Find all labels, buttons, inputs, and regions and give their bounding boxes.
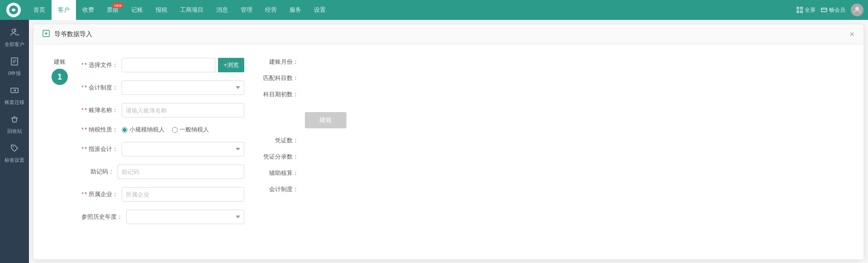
memo-code-label: 助记码：	[81, 168, 114, 176]
affiliated-company-label: ** 所属企业：	[81, 190, 118, 198]
file-select-row: ** 选择文件： +浏览	[81, 58, 244, 72]
info-label-voucher-count: 凭证数：	[262, 136, 299, 145]
dialog-body: 建账 1 ** 选择文件：	[33, 44, 863, 246]
ledger-name-row: ** 账簿名称：	[81, 103, 244, 117]
info-label-match-subjects: 匹配科目数：	[262, 74, 299, 82]
nav-item-client[interactable]: 客户	[52, 0, 76, 20]
accounting-system-row: ** 会计制度：	[81, 80, 244, 95]
logo	[5, 1, 23, 19]
info-label-subjects-initial: 科目期初数：	[262, 90, 299, 99]
browse-button[interactable]: +浏览	[218, 58, 244, 72]
affiliated-company-row: ** 所属企业：	[81, 187, 244, 202]
svg-point-11	[13, 146, 14, 147]
reference-year-row: 参照历史年度：	[81, 210, 244, 224]
info-label-aux-calc: 辅助核算：	[262, 169, 299, 177]
nav-item-tax[interactable]: 报税	[149, 0, 174, 20]
accounting-system-label: ** 会计制度：	[81, 84, 118, 92]
info-row-subjects-initial: 科目期初数：	[262, 90, 389, 99]
logo-icon	[6, 3, 21, 17]
info-label-voucher-entries: 凭证分录数：	[262, 153, 299, 161]
step-circle: 1	[52, 69, 68, 85]
nav-item-biz[interactable]: 工商项目	[174, 0, 210, 20]
accounting-system-select[interactable]	[122, 80, 244, 95]
form-left: ** 选择文件： +浏览 ** 会计制度：	[81, 58, 244, 232]
build-account-button[interactable]: 建账	[305, 112, 346, 128]
sidebar-item-account-migration[interactable]: 账套迁移	[1, 82, 28, 109]
nav-right: 全屏 畅会员	[797, 4, 863, 16]
nav-item-account[interactable]: 记账	[125, 0, 149, 20]
nav-item-invoice[interactable]: 票据 new	[100, 0, 125, 20]
ledger-name-label: ** 账簿名称：	[81, 106, 118, 114]
form-layout: ** 选择文件： +浏览 ** 会计制度：	[81, 58, 845, 232]
reference-year-select[interactable]	[126, 210, 244, 224]
dialog-title: 导爷数据导入	[43, 30, 92, 38]
file-select-label: ** 选择文件：	[81, 61, 118, 69]
nav-item-settings[interactable]: 设置	[308, 0, 332, 20]
file-path-input[interactable]	[122, 58, 216, 72]
recycle-icon	[10, 115, 19, 126]
info-row-aux-calc: 辅助核算：	[262, 169, 389, 177]
avatar[interactable]	[851, 4, 863, 16]
member-btn[interactable]: 畅会员	[821, 6, 845, 14]
step-label: 建账	[54, 58, 66, 66]
svg-rect-4	[797, 11, 799, 13]
svg-point-1	[12, 9, 15, 11]
sidebar-label-tag-settings: 标签设置	[5, 157, 24, 164]
sidebar-item-recycle[interactable]: 回收站	[1, 111, 28, 138]
nav-item-home[interactable]: 首页	[27, 0, 52, 20]
upload-icon	[43, 30, 50, 38]
tag-settings-icon	[10, 144, 19, 155]
nav-item-fee[interactable]: 收费	[76, 0, 100, 20]
file-input-area: +浏览	[122, 58, 244, 72]
svg-rect-6	[821, 8, 827, 12]
tax-nature-radio-group: 小规模纳税人 一般纳税人	[122, 126, 209, 134]
layout: 全部客户 0申报 账套迁移 回收站 标签设置	[0, 20, 868, 263]
assigned-accountant-row: ** 指派会计：	[81, 142, 244, 156]
sidebar-item-tag-settings[interactable]: 标签设置	[1, 140, 28, 167]
nav-item-manage[interactable]: 管理	[234, 0, 259, 20]
reference-year-label: 参照历史年度：	[81, 213, 123, 221]
step-area: 建账 1 ** 选择文件：	[52, 58, 845, 232]
tax-nature-label: ** 纳税性质：	[81, 126, 118, 134]
memo-code-input[interactable]	[118, 164, 244, 179]
sidebar: 全部客户 0申报 账套迁移 回收站 标签设置	[0, 20, 29, 263]
sidebar-label-recycle: 回收站	[7, 128, 22, 135]
main-content: 导爷数据导入 × 建账 1	[29, 20, 868, 263]
build-btn-area: 建账	[262, 108, 389, 128]
info-row-accounting-system: 会计制度：	[262, 185, 389, 193]
nav-items: 首页 客户 收费 票据 new 记账 报税 工商项目 消息 管理 经营 服务 设…	[27, 0, 797, 20]
assigned-accountant-select[interactable]	[122, 142, 244, 156]
tax-general-radio[interactable]: 一般纳税人	[172, 126, 209, 134]
nav-item-service[interactable]: 服务	[283, 0, 308, 20]
sidebar-item-all-clients[interactable]: 全部客户	[1, 24, 28, 52]
all-clients-icon	[10, 28, 19, 39]
svg-rect-2	[797, 7, 799, 9]
info-label-accounting-system: 会计制度：	[262, 185, 299, 193]
tax-small-radio[interactable]: 小规模纳税人	[122, 126, 165, 134]
ledger-name-input[interactable]	[122, 103, 244, 117]
dialog-close-button[interactable]: ×	[849, 30, 854, 38]
svg-point-7	[855, 7, 859, 10]
sidebar-label-declare: 0申报	[8, 70, 21, 77]
sidebar-label-all-clients: 全部客户	[5, 41, 24, 48]
fullscreen-btn[interactable]: 全屏	[797, 6, 816, 14]
form-right: 建账月份： 匹配科目数： 科目期初数：	[262, 58, 389, 232]
assigned-accountant-label: ** 指派会计：	[81, 145, 118, 153]
info-row-build-month: 建账月份：	[262, 58, 389, 66]
svg-rect-3	[801, 7, 802, 9]
top-nav: 首页 客户 收费 票据 new 记账 报税 工商项目 消息 管理 经营 服务 设…	[0, 0, 868, 20]
nav-item-operation[interactable]: 经营	[259, 0, 283, 20]
sidebar-item-declare[interactable]: 0申报	[1, 53, 28, 80]
info-row-voucher-entries: 凭证分录数：	[262, 153, 389, 161]
nav-item-message[interactable]: 消息	[210, 0, 234, 20]
dialog-header: 导爷数据导入 ×	[33, 24, 863, 44]
affiliated-company-input[interactable]	[122, 187, 244, 202]
info-label-build-month: 建账月份：	[262, 58, 299, 66]
info-row-voucher-count: 凭证数：	[262, 136, 389, 145]
account-migration-icon	[10, 86, 19, 97]
step-indicator: 建账 1	[52, 58, 68, 85]
declare-icon	[10, 57, 19, 68]
dialog: 导爷数据导入 × 建账 1	[33, 24, 863, 259]
svg-rect-5	[801, 11, 802, 13]
sidebar-label-account-migration: 账套迁移	[5, 99, 24, 106]
